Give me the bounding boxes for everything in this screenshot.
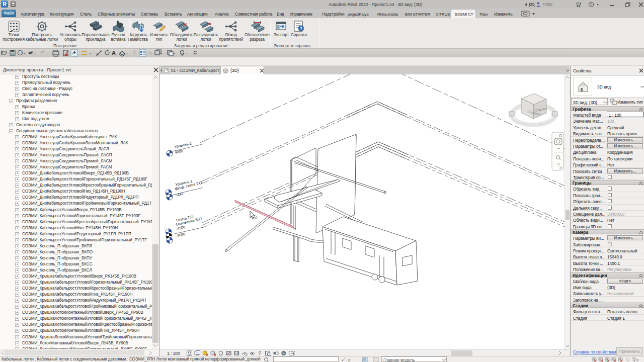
- svg-text:R: R: [3, 2, 7, 7]
- svg-text:ГЗ:ВШ: ГЗ:ВШ: [543, 3, 552, 6]
- svg-text:Уровень 2: Уровень 2: [174, 141, 192, 149]
- svg-text:-4600: -4600: [175, 232, 185, 238]
- svg-text:?: ?: [590, 3, 593, 7]
- svg-text:?: ?: [299, 26, 302, 31]
- svg-text:0: 0: [636, 358, 638, 362]
- svg-text:4000: 4000: [174, 148, 183, 155]
- svg-text:A: A: [112, 50, 116, 56]
- svg-text:·: ·: [572, 2, 573, 7]
- svg-text:0: 0: [348, 358, 351, 362]
- svg-text:-300: -300: [175, 192, 183, 198]
